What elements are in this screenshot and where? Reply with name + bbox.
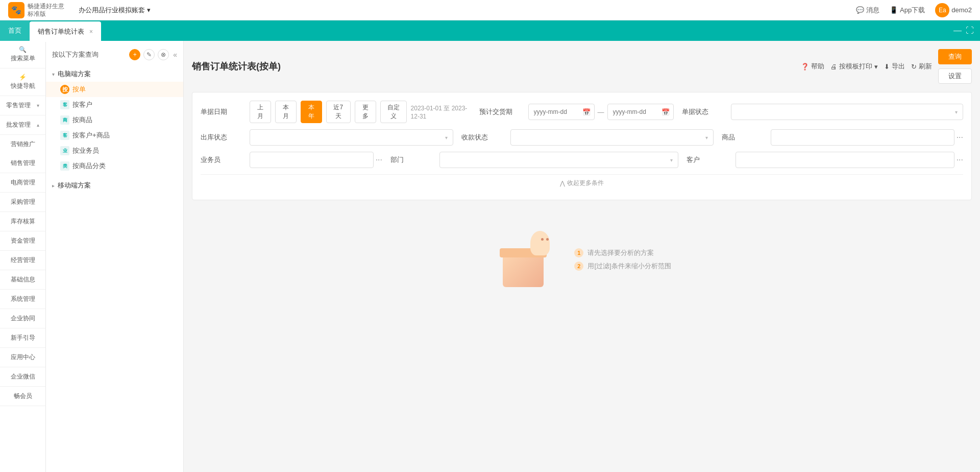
sidebar-item-sales[interactable]: 销售管理: [0, 154, 45, 173]
btn-this-year[interactable]: 本年: [301, 101, 322, 123]
empty-state: 1 请先选择要分析的方案 2 用[过滤]条件来缩小分析范围: [192, 200, 972, 323]
app-download-action[interactable]: 📱 App下载: [890, 6, 925, 15]
export-btn[interactable]: ⬇ 导出: [884, 62, 905, 71]
tree-item-by-cust-prod[interactable]: 客 按客户+商品: [46, 128, 183, 143]
tab-minimize-btn[interactable]: —: [953, 26, 962, 35]
user-profile[interactable]: Ea demo2: [935, 3, 972, 17]
sidebar-item-newbie[interactable]: 新手引导: [0, 328, 45, 347]
query-button[interactable]: 查询: [938, 49, 972, 64]
sidebar-section-wholesale: 批发管理 ▴: [0, 115, 45, 135]
staff-select[interactable]: [250, 152, 374, 168]
user-avatar: Ea: [935, 3, 949, 17]
sidebar-item-quicknav[interactable]: ⚡ 快捷导航: [0, 68, 45, 96]
sidebar-item-operations[interactable]: 经营管理: [0, 251, 45, 270]
sidebar-item-ecommerce[interactable]: 电商管理: [0, 173, 45, 192]
tree-section-mobile: ▸ 移动端方案: [46, 176, 183, 195]
tree-parent-desktop[interactable]: ▾ 电脑端方案: [46, 66, 183, 82]
tab-sales-order[interactable]: 销售订单统计表 ×: [30, 21, 101, 42]
collapse-panel-btn[interactable]: «: [173, 51, 177, 59]
btn-this-month[interactable]: 本月: [275, 101, 297, 123]
tree-expand-arrow: ▾: [52, 72, 55, 77]
sidebar-item-apps[interactable]: 应用中心: [0, 348, 45, 367]
delivery-date-group: 📅 — 📅: [528, 104, 674, 120]
retail-arrow: ▾: [37, 103, 39, 108]
sidebar-section-apps: 应用中心: [0, 348, 45, 367]
btn-last7[interactable]: 近7天: [326, 101, 351, 123]
delivery-date-to-input[interactable]: [607, 104, 674, 120]
shipment-label: 出库状态: [201, 133, 241, 142]
top-bar-right: 💬 消息 📱 App下载 Ea demo2: [856, 3, 972, 17]
tree-item-by-product[interactable]: 商 按商品: [46, 112, 183, 128]
sidebar-item-purchase[interactable]: 采购管理: [0, 193, 45, 211]
sidebar-section-enterprise: 企业协同: [0, 309, 45, 328]
sidebar-item-wholesale[interactable]: 批发管理 ▴: [0, 115, 45, 134]
top-bar-left: 🐾 畅捷通好生意 标准版 办公用品行业模拟账套 ▾: [8, 2, 151, 18]
customer-select[interactable]: [736, 152, 954, 168]
product-select[interactable]: [771, 129, 954, 146]
message-action[interactable]: 💬 消息: [856, 6, 879, 15]
page-title: 销售订单统计表(按单): [192, 60, 281, 73]
status-select[interactable]: ▾: [731, 104, 964, 120]
company-selector[interactable]: 办公用品行业模拟账套 ▾: [79, 6, 151, 15]
collapse-filters-btn[interactable]: ⋀ 收起更多条件: [201, 174, 963, 192]
product-label: 商品: [722, 133, 763, 142]
refresh-btn[interactable]: ↻ 刷新: [911, 62, 932, 71]
sidebar-item-inventory[interactable]: 库存核算: [0, 212, 45, 231]
sidebar-section-basic: 基础信息: [0, 270, 45, 290]
tab-home[interactable]: 首页: [0, 20, 30, 41]
sidebar-section-newbie: 新手引导: [0, 328, 45, 348]
tree-item-by-staff[interactable]: 业 按业务员: [46, 143, 183, 158]
department-label: 部门: [390, 155, 431, 164]
delivery-date-from-input[interactable]: [528, 104, 595, 120]
tab-maximize-btn[interactable]: ⛶: [966, 26, 974, 35]
delivery-date-from-wrapper: 📅: [528, 104, 595, 120]
product-more-btn[interactable]: ···: [957, 133, 963, 142]
shipment-select[interactable]: ▾: [250, 129, 453, 146]
btn-more[interactable]: 更多: [355, 101, 376, 123]
sidebar-item-enterprise[interactable]: 企业协同: [0, 309, 45, 328]
tree-parent-mobile[interactable]: ▸ 移动端方案: [46, 178, 183, 193]
content-area: 按以下方案查询 + ✎ ⊗ « ▾ 电脑端方案 按 按单 客: [46, 41, 980, 472]
tree-item-by-category[interactable]: 类 按商品分类: [46, 158, 183, 174]
delivery-date-label: 预计交货期: [479, 107, 520, 116]
date-label: 单据日期: [201, 107, 241, 116]
status-chevron: ▾: [955, 109, 958, 115]
btn-custom[interactable]: 自定义: [380, 101, 407, 123]
quicknav-icon: ⚡: [19, 74, 27, 81]
staff-more-btn[interactable]: ···: [376, 155, 382, 164]
export-icon: ⬇: [884, 63, 890, 70]
sidebar-item-marketing[interactable]: 营销推广: [0, 135, 45, 154]
btn-last-month[interactable]: 上月: [250, 101, 271, 123]
template-print-btn[interactable]: 🖨 按模板打印 ▾: [830, 62, 878, 71]
customer-more-btn[interactable]: ···: [957, 155, 963, 164]
tree-section-desktop: ▾ 电脑端方案 按 按单 客 按客户 商 按商品 客 按客户+商品: [46, 64, 183, 176]
add-plan-btn[interactable]: +: [129, 49, 140, 60]
edit-plan-btn[interactable]: ✎: [143, 49, 155, 60]
tree-item-by-customer[interactable]: 客 按客户: [46, 97, 183, 112]
empty-hint-2: 2 用[过滤]条件来缩小分析范围: [574, 262, 671, 271]
delete-plan-btn[interactable]: ⊗: [158, 49, 169, 60]
help-btn[interactable]: ❓ 帮助: [801, 62, 824, 71]
sidebar-section-member: 畅会员: [0, 387, 45, 406]
tab-close-btn[interactable]: ×: [89, 28, 93, 35]
sidebar-item-finance[interactable]: 资金管理: [0, 231, 45, 250]
sidebar-item-basic[interactable]: 基础信息: [0, 270, 45, 289]
query-settings-group: 查询 设置: [938, 49, 972, 84]
sidebar-section-purchase: 采购管理: [0, 193, 45, 212]
department-select[interactable]: ▾: [439, 152, 678, 168]
tree-item-by-order[interactable]: 按 按单: [46, 82, 183, 97]
payment-select[interactable]: ▾: [510, 129, 714, 146]
sidebar-item-search[interactable]: 🔍 搜索菜单: [0, 41, 45, 68]
page-actions: ❓ 帮助 🖨 按模板打印 ▾ ⬇ 导出 ↻ 刷新: [801, 49, 972, 84]
sidebar-subsection: 营销推广 销售管理: [0, 135, 45, 173]
sidebar-item-retail[interactable]: 零售管理 ▾: [0, 96, 45, 115]
sidebar-item-system[interactable]: 系统管理: [0, 290, 45, 309]
sidebar-item-wechat[interactable]: 企业微信: [0, 367, 45, 386]
sidebar-item-member[interactable]: 畅会员: [0, 387, 45, 406]
staff-field: ···: [250, 152, 382, 168]
help-icon: ❓: [801, 63, 809, 70]
left-panel-header: 按以下方案查询 + ✎ ⊗ «: [46, 47, 183, 64]
settings-button[interactable]: 设置: [938, 68, 972, 84]
by-cust-prod-icon: 客: [60, 131, 69, 140]
left-panel: 按以下方案查询 + ✎ ⊗ « ▾ 电脑端方案 按 按单 客: [46, 41, 184, 472]
